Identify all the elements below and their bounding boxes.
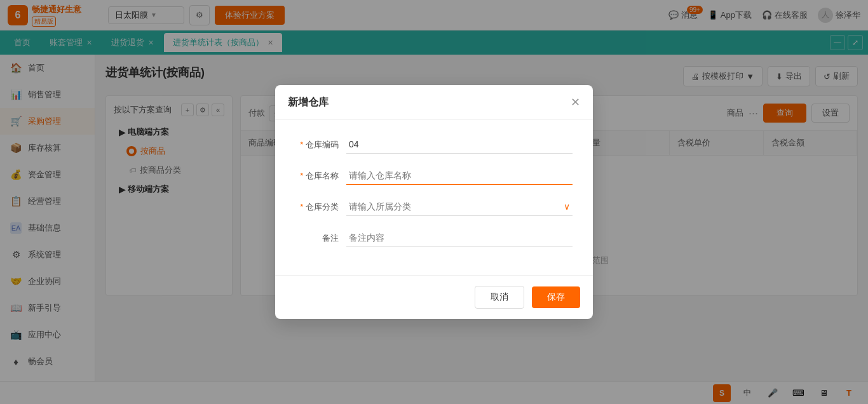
- warehouse-name-input[interactable]: [346, 166, 573, 185]
- modal-close-button[interactable]: ✕: [571, 95, 580, 109]
- form-row-code: 仓库编码: [295, 135, 573, 154]
- modal-footer: 取消 保存: [275, 275, 593, 319]
- warehouse-category-select[interactable]: ∨: [346, 198, 573, 216]
- form-row-category: 仓库分类 ∨: [295, 198, 573, 216]
- warehouse-name-label: 仓库名称: [295, 170, 346, 182]
- form-row-name: 仓库名称: [295, 166, 573, 185]
- warehouse-code-input[interactable]: [346, 135, 573, 154]
- modal-add-warehouse: 新增仓库 ✕ 仓库编码 仓库名称 仓库分类 ∨: [275, 85, 593, 319]
- save-button[interactable]: 保存: [532, 286, 580, 308]
- category-arrow-icon: ∨: [564, 201, 570, 212]
- remark-input[interactable]: [346, 229, 573, 247]
- warehouse-category-label: 仓库分类: [295, 201, 346, 213]
- warehouse-category-input[interactable]: [349, 201, 564, 212]
- modal-overlay: 新增仓库 ✕ 仓库编码 仓库名称 仓库分类 ∨: [0, 0, 868, 404]
- remark-label: 备注: [295, 232, 346, 244]
- modal-body: 仓库编码 仓库名称 仓库分类 ∨ 备注: [275, 120, 593, 275]
- cancel-button[interactable]: 取消: [475, 286, 524, 309]
- form-row-remark: 备注: [295, 229, 573, 247]
- modal-header: 新增仓库 ✕: [275, 85, 593, 120]
- warehouse-code-label: 仓库编码: [295, 139, 346, 151]
- modal-title: 新增仓库: [288, 96, 329, 109]
